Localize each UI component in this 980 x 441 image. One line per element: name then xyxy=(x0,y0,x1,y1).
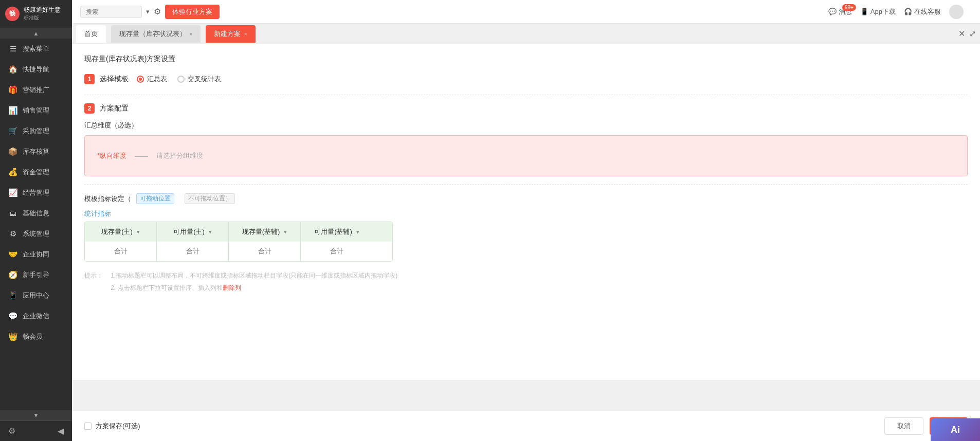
dim-section-label: 汇总维度（必选） xyxy=(84,121,968,130)
settings-icon[interactable]: ⚙ xyxy=(8,426,15,436)
tip-1: 提示： 1.拖动标题栏可以调整布局，不可跨维度或指标区域拖动栏目字段(只能在同一… xyxy=(84,269,968,282)
user-avatar[interactable] xyxy=(949,5,964,19)
col-label-0: 现存量(主) xyxy=(101,227,133,236)
tab-inventory-label: 现存量（库存状况表） xyxy=(119,29,186,39)
purchase-icon: 🛒 xyxy=(8,126,17,136)
stats-section-label: 统计指标 xyxy=(84,209,968,218)
sidebar-item-finance[interactable]: 💰 资金管理 xyxy=(0,162,72,182)
sidebar-item-basicinfo[interactable]: 🗂 基础信息 xyxy=(0,203,72,224)
tab-expand-button[interactable]: ⤢ xyxy=(969,29,976,39)
save-checkbox-box[interactable] xyxy=(84,422,92,430)
dimension-area: *纵向维度 —— 请选择分组维度 xyxy=(84,135,968,176)
radio-cross[interactable]: 交叉统计表 xyxy=(177,75,221,84)
non-draggable-badge: 不可拖动位置） xyxy=(185,193,235,204)
col-label-3: 可用量(基辅) xyxy=(314,227,352,236)
topbar-left: ▾ ⚙ 体验行业方案 xyxy=(80,5,822,19)
sidebar-item-system[interactable]: ⚙ 系统管理 xyxy=(0,224,72,244)
col-label-1: 可用量(主) xyxy=(173,227,205,236)
sidebar-item-search[interactable]: ☰ 搜索菜单 xyxy=(0,39,72,59)
topbar-gear-icon[interactable]: ⚙ xyxy=(154,7,161,16)
tab-close-window-button[interactable]: ✕ xyxy=(958,29,965,39)
app-version: 标准版 xyxy=(24,14,61,22)
app-download-label: App下载 xyxy=(870,7,896,16)
metrics-table-body: 合计 合计 合计 合计 xyxy=(85,242,392,261)
sidebar-item-purchase[interactable]: 🛒 采购管理 xyxy=(0,121,72,141)
tips-area: 提示： 1.拖动标题栏可以调整布局，不可跨维度或指标区域拖动栏目字段(只能在同一… xyxy=(84,269,968,294)
trial-industry-button[interactable]: 体验行业方案 xyxy=(165,5,220,19)
dim-placeholder-text[interactable]: 请选择分组维度 xyxy=(156,151,203,160)
sidebar-scroll-up[interactable]: ▲ xyxy=(0,28,72,39)
col-header-0[interactable]: 现存量(主) ▾ xyxy=(85,222,157,242)
sidebar-item-operations[interactable]: 📈 经营管理 xyxy=(0,182,72,203)
service-label: 在线客服 xyxy=(914,7,941,16)
tabbar-actions: ✕ ⤢ xyxy=(958,29,980,39)
sidebar-item-wechat[interactable]: 💬 企业微信 xyxy=(0,306,72,326)
save-checkbox-label[interactable]: 方案保存(可选) xyxy=(84,421,140,431)
topbar-search-input[interactable] xyxy=(80,6,142,18)
sidebar-item-quicknav[interactable]: 🏠 快捷导航 xyxy=(0,59,72,80)
content-area: 现存量(库存状况表)方案设置 1 选择模板 汇总表 xyxy=(72,44,980,411)
col-body-3: 合计 xyxy=(301,242,373,261)
col-label-2: 现存量(基辅) xyxy=(242,227,280,236)
radio-cross-label: 交叉统计表 xyxy=(188,75,221,84)
sidebar-logo: 畅 畅康通好生意 标准版 xyxy=(0,0,72,28)
dim-required-label: *纵向维度 xyxy=(97,151,126,160)
headset-icon: 🎧 xyxy=(904,8,912,15)
tab-new-plan[interactable]: 新建方案 × xyxy=(206,25,255,43)
col-header-2[interactable]: 现存量(基辅) ▾ xyxy=(229,222,301,242)
section1-number: 1 xyxy=(84,74,95,84)
col-body-1: 合计 xyxy=(157,242,229,261)
sidebar-item-appcenter[interactable]: 📱 应用中心 xyxy=(0,285,72,306)
col-header-3[interactable]: 可用量(基辅) ▾ xyxy=(301,222,373,242)
tab-home[interactable]: 首页 xyxy=(76,25,106,43)
col-chevron-1[interactable]: ▾ xyxy=(209,229,212,235)
sidebar-item-marketing[interactable]: 🎁 营销推广 xyxy=(0,80,72,100)
topbar-dropdown-button[interactable]: ▾ xyxy=(146,8,150,15)
tab-inventory[interactable]: 现存量（库存状况表） × xyxy=(111,25,201,43)
footer: 方案保存(可选) 取消 查询 xyxy=(72,411,980,441)
col-header-1[interactable]: 可用量(主) ▾ xyxy=(157,222,229,242)
col-chevron-0[interactable]: ▾ xyxy=(137,229,140,235)
mobile-icon: 📱 xyxy=(860,8,868,15)
sidebar-item-quicknav-label: 快捷导航 xyxy=(23,65,49,74)
radio-summary-circle xyxy=(137,76,144,83)
message-chat-icon: 💬 xyxy=(828,8,837,15)
cancel-button[interactable]: 取消 xyxy=(884,417,923,435)
app-name-block: 畅康通好生意 标准版 xyxy=(24,6,61,22)
save-label: 方案保存(可选) xyxy=(96,421,140,431)
sidebar-nav: ☰ 搜索菜单 🏠 快捷导航 🎁 营销推广 📊 销售管理 🛒 采购管理 📦 库存核… xyxy=(0,39,72,410)
sidebar-item-wechat-label: 企业微信 xyxy=(23,311,49,321)
sidebar-item-sales[interactable]: 📊 销售管理 xyxy=(0,100,72,121)
radio-summary-dot xyxy=(139,78,142,81)
col-chevron-3[interactable]: ▾ xyxy=(356,229,359,235)
sidebar-item-enterprise[interactable]: 🤝 企业协同 xyxy=(0,244,72,265)
topbar-app-download[interactable]: 📱 App下载 xyxy=(860,7,896,16)
operations-icon: 📈 xyxy=(8,188,17,197)
col-chevron-2[interactable]: ▾ xyxy=(284,229,287,235)
col-body-0: 合计 xyxy=(85,242,157,261)
sidebar-scroll-down[interactable]: ▼ xyxy=(0,410,72,420)
sidebar: 畅 畅康通好生意 标准版 ▲ ☰ 搜索菜单 🏠 快捷导航 🎁 营销推广 📊 销售… xyxy=(0,0,72,441)
dim-separator: —— xyxy=(135,152,148,160)
system-icon: ⚙ xyxy=(8,229,17,238)
wechat-icon: 💬 xyxy=(8,311,17,321)
collapse-icon[interactable]: ◀ xyxy=(58,426,64,436)
sidebar-item-inventory-label: 库存核算 xyxy=(23,147,49,156)
sidebar-item-inventory[interactable]: 📦 库存核算 xyxy=(0,141,72,162)
template-radio-group: 汇总表 交叉统计表 xyxy=(137,75,221,84)
section-config: 2 方案配置 汇总维度（必选） *纵向维度 —— 请选择分组维度 模板指标设定（ xyxy=(84,103,968,294)
sidebar-item-newuser[interactable]: 🧭 新手引导 xyxy=(0,265,72,285)
metrics-label-text: 模板指标设定（ xyxy=(84,194,131,204)
tab-inventory-close[interactable]: × xyxy=(189,31,192,37)
radio-summary[interactable]: 汇总表 xyxy=(137,75,167,84)
col-body-2: 合计 xyxy=(229,242,301,261)
topbar-online-service[interactable]: 🎧 在线客服 xyxy=(904,7,941,16)
topbar-messages[interactable]: 💬 消息 99+ xyxy=(828,7,852,16)
section2-number: 2 xyxy=(84,103,95,114)
metrics-table: 现存量(主) ▾ 可用量(主) ▾ 现存量(基辅) ▾ 可用量(基辅) xyxy=(84,222,393,262)
tab-new-plan-close[interactable]: × xyxy=(244,31,247,37)
ai-float-button[interactable]: Ai xyxy=(931,418,980,441)
sales-icon: 📊 xyxy=(8,106,17,115)
sidebar-item-member[interactable]: 👑 畅会员 xyxy=(0,326,72,347)
tabbar: 首页 现存量（库存状况表） × 新建方案 × ✕ ⤢ xyxy=(72,24,980,44)
